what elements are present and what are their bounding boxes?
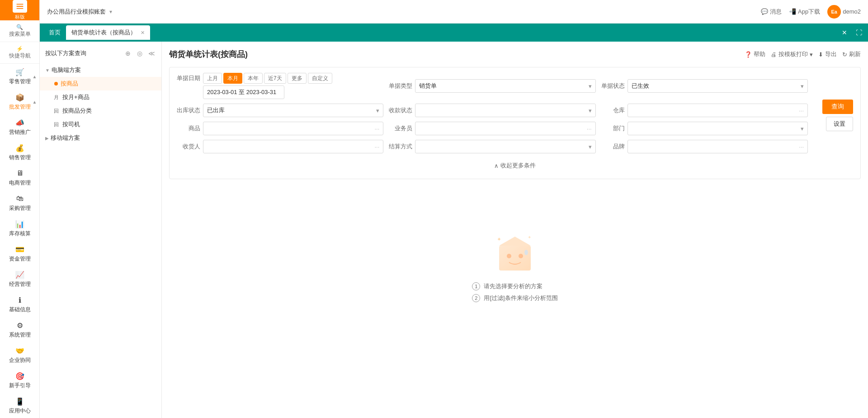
warehouse-label: 仓库 xyxy=(601,106,625,114)
tab-controls: ✕ ⛶ xyxy=(839,27,864,38)
dept-select[interactable]: ▾ xyxy=(627,122,808,135)
tab-bar: 首页 销货单统计表（按商品） ✕ ✕ ⛶ xyxy=(40,24,868,42)
doc-status-label: 单据状态 xyxy=(601,82,625,90)
empty-state-icon: ✦ ✦ xyxy=(488,221,542,275)
sidebar-item-operations[interactable]: 📈 经营管理 xyxy=(0,266,40,292)
receipt-status-label: 收款状态 xyxy=(389,106,412,114)
filter-row-3: 商品 ··· 业务员 ··· xyxy=(177,122,808,135)
receiver-input[interactable]: ··· xyxy=(203,140,383,153)
tree-mobile-section[interactable]: ▶ 移动端方案 xyxy=(40,131,161,145)
export-button[interactable]: ⬇ 导出 xyxy=(818,50,837,58)
sidebar-item-enterprise[interactable]: 🤝 企业协同 xyxy=(0,342,40,368)
sidebar-item-wholesale[interactable]: 📦 批发管理 ▲ xyxy=(0,89,40,114)
filter-fields: 单据日期 上月 本月 本年 近7天 更多 自定义 xyxy=(177,73,808,158)
date-cur-month-btn[interactable]: 本月 xyxy=(223,73,242,84)
warehouse-input[interactable]: ··· xyxy=(627,104,808,117)
tree-item-by-month-product[interactable]: 月 按月+商品 xyxy=(40,90,161,104)
warehouse-status-select[interactable]: 已出库 ▾ xyxy=(203,104,383,117)
print-button[interactable]: 🖨 按模板打印 ▾ xyxy=(771,50,813,58)
svg-text:✦: ✦ xyxy=(528,235,531,240)
doc-status-select[interactable]: 已生效 ▾ xyxy=(627,79,808,93)
warehouse-dots-icon: ··· xyxy=(799,107,804,114)
sidebar-item-sales[interactable]: 💰 销售管理 xyxy=(0,140,40,165)
enterprise-label: 企业协同 xyxy=(9,356,31,364)
marketing-icon: 📣 xyxy=(15,118,24,127)
print-icon: 🖨 xyxy=(771,51,777,58)
add-scheme-button[interactable]: ⊕ xyxy=(123,49,132,58)
brand-input[interactable]: ··· xyxy=(627,140,808,153)
tab-close-icon[interactable]: ✕ xyxy=(141,30,145,36)
tree-item-by-machine[interactable]: 回 按司机 xyxy=(40,118,161,131)
sidebar-item-search-menu[interactable]: 🔍 搜索菜单 xyxy=(0,20,40,42)
tree-item-by-product[interactable]: 按商品 xyxy=(40,77,161,90)
product-input[interactable]: ··· xyxy=(203,122,383,135)
tree-computer-section[interactable]: ▼ 电脑端方案 xyxy=(40,63,161,77)
sidebar-item-purchase[interactable]: 🛍 采购管理 xyxy=(0,190,40,216)
receiver-field: 收货人 ··· xyxy=(177,140,383,153)
staff-input[interactable]: ··· xyxy=(415,122,595,135)
retail-icon: 🛒 xyxy=(15,67,24,76)
receiver-label: 收货人 xyxy=(177,142,200,151)
tab-home[interactable]: 首页 xyxy=(43,25,66,40)
user-profile[interactable]: Ea demo2 xyxy=(827,5,861,19)
tab-sales-stat[interactable]: 销货单统计表（按商品） ✕ xyxy=(66,25,150,40)
doc-type-arrow-icon: ▾ xyxy=(589,83,592,90)
export-label: 导出 xyxy=(825,50,837,58)
tab-sales-stat-label: 销货单统计表（按商品） xyxy=(71,28,136,37)
payment-select[interactable]: ▾ xyxy=(415,140,595,153)
payment-label: 结算方式 xyxy=(389,142,412,151)
sales-label: 销售管理 xyxy=(9,154,31,162)
sidebar-item-inventory[interactable]: 📊 库存核算 xyxy=(0,216,40,241)
date-7days-btn[interactable]: 近7天 xyxy=(264,73,286,84)
settings-scheme-button[interactable]: ◎ xyxy=(135,49,144,58)
app-download-button[interactable]: 📲 App下载 xyxy=(789,8,820,16)
tab-fullscreen-button[interactable]: ⛶ xyxy=(854,27,864,38)
date-year-btn[interactable]: 本年 xyxy=(244,73,263,84)
brand-dots-icon: ··· xyxy=(799,143,804,150)
sidebar-item-base-info[interactable]: ℹ 基础信息 xyxy=(0,292,40,317)
tree-item-by-product-label: 按商品 xyxy=(61,80,78,88)
dept-label: 部门 xyxy=(601,124,625,133)
date-more-btn[interactable]: 更多 xyxy=(288,73,307,84)
date-prev-month-btn[interactable]: 上月 xyxy=(203,73,222,84)
left-panel-header: 按以下方案查询 ⊕ ◎ ≪ xyxy=(40,45,161,62)
sidebar-item-ecommerce[interactable]: 🖥 电商管理 xyxy=(0,165,40,190)
svg-point-1 xyxy=(507,254,511,258)
collapse-panel-button[interactable]: ≪ xyxy=(147,49,156,58)
sidebar-item-retail[interactable]: 🛒 零售管理 ▲ xyxy=(0,64,40,89)
tab-close-all-button[interactable]: ✕ xyxy=(839,27,850,38)
avatar-text: Ea xyxy=(831,9,837,14)
search-menu-label: 搜索菜单 xyxy=(9,30,31,38)
msg-button[interactable]: 💬 消息 xyxy=(761,8,782,16)
svg-text:✦: ✦ xyxy=(497,236,501,242)
print-label: 按模板打印 xyxy=(778,50,808,58)
warehouse-field: 仓库 ··· xyxy=(601,104,808,117)
sidebar-item-guide[interactable]: 🎯 新手引导 xyxy=(0,368,40,393)
sidebar-item-app-center[interactable]: 📱 应用中心 xyxy=(0,393,40,418)
date-custom-btn[interactable]: 自定义 xyxy=(308,73,332,84)
sidebar-item-system[interactable]: ⚙ 系统管理 xyxy=(0,317,40,342)
sidebar-item-quick-nav[interactable]: ⚡ 快捷导航 xyxy=(0,42,40,64)
sidebar-item-finance[interactable]: 💳 资金管理 xyxy=(0,241,40,266)
receipt-status-select[interactable]: ▾ xyxy=(415,104,595,117)
query-button[interactable]: 查询 xyxy=(822,100,853,114)
collapse-more-button[interactable]: ∧ 收起更多条件 xyxy=(177,158,853,173)
tree-mobile-label: 移动端方案 xyxy=(51,134,80,142)
guide-label: 新手引导 xyxy=(9,382,31,390)
doc-type-select[interactable]: 销货单 ▾ xyxy=(415,79,595,93)
tree-item-dot-icon xyxy=(54,82,58,86)
refresh-icon: ↻ xyxy=(842,51,847,58)
settings-button[interactable]: 设置 xyxy=(826,117,853,131)
tree-item-by-category[interactable]: 回 按商品分类 xyxy=(40,104,161,118)
search-menu-icon: 🔍 xyxy=(16,24,23,30)
product-field: 商品 ··· xyxy=(177,122,383,135)
quick-nav-label: 快捷导航 xyxy=(9,52,31,60)
help-button[interactable]: ❓ 帮助 xyxy=(745,50,765,58)
sidebar-item-marketing[interactable]: 📣 营销推广 xyxy=(0,114,40,140)
main-area: 办公用品行业模拟账套 ▾ 💬 消息 📲 App下载 Ea demo2 首页 xyxy=(40,0,868,418)
receipt-status-field: 收款状态 ▾ xyxy=(389,104,595,117)
date-range-input[interactable]: 2023-03-01 至 2023-03-31 xyxy=(203,86,284,99)
header-dropdown-icon[interactable]: ▾ xyxy=(109,9,112,15)
system-icon: ⚙ xyxy=(15,321,24,330)
refresh-button[interactable]: ↻ 刷新 xyxy=(842,50,861,58)
